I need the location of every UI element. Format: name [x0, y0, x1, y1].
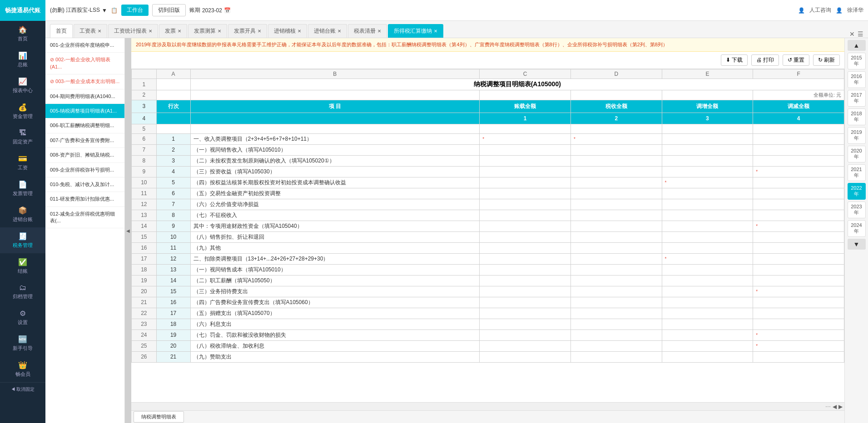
data-cell-2[interactable]	[570, 210, 662, 221]
workspace-button[interactable]: 工作台	[121, 5, 149, 16]
data-cell-4[interactable]	[753, 297, 844, 308]
data-cell-1[interactable]	[480, 351, 571, 362]
sidebar-item-home[interactable]: 🏠 首页	[0, 21, 45, 47]
list-item-011[interactable]: 011-研发费用加计扣除优惠...	[45, 192, 124, 207]
data-cell-4[interactable]	[753, 253, 844, 264]
data-cell-4[interactable]	[753, 199, 844, 210]
data-cell-1[interactable]	[480, 319, 571, 330]
year-button[interactable]: 2024年	[848, 220, 866, 237]
data-cell-3[interactable]	[662, 166, 753, 177]
data-cell-4[interactable]: *	[753, 286, 844, 297]
data-cell-3[interactable]: *	[662, 253, 753, 264]
sidebar-item-invoice[interactable]: 📄 发票管理	[0, 176, 45, 202]
data-cell-4[interactable]	[753, 188, 844, 199]
data-cell-1[interactable]	[480, 166, 571, 177]
data-cell-3[interactable]	[662, 286, 753, 297]
data-cell-3[interactable]	[662, 308, 753, 319]
tab-check-close[interactable]: ✕	[298, 29, 301, 34]
tab-salary[interactable]: 工资表 ✕	[74, 24, 107, 38]
unpin-button[interactable]: ◀ 取消固定	[0, 382, 45, 396]
period-edit-icon[interactable]: 📅	[224, 7, 231, 14]
year-button[interactable]: 2018年	[848, 108, 866, 125]
data-cell-2[interactable]	[570, 319, 662, 330]
list-item-004[interactable]: 004-期间费用明细表(A1040...	[45, 89, 124, 104]
data-cell-1[interactable]	[480, 155, 571, 166]
data-cell-4[interactable]	[753, 308, 844, 319]
data-cell-1[interactable]	[480, 275, 571, 286]
reset-button[interactable]: ↺ 重置	[783, 54, 809, 66]
data-cell-2[interactable]	[570, 231, 662, 242]
scroll-right-arrow[interactable]: ▶	[838, 403, 843, 410]
tab-home[interactable]: 首页	[50, 24, 73, 38]
bottom-tab-adjust[interactable]: 纳税调整明细表	[134, 411, 184, 423]
support-label[interactable]: 人工咨询	[809, 6, 831, 14]
sidebar-item-member[interactable]: 👑 畅会员	[0, 356, 45, 382]
data-cell-4[interactable]: *	[753, 221, 844, 231]
data-cell-3[interactable]	[662, 133, 753, 144]
tab-ledger-close[interactable]: ✕	[337, 29, 341, 34]
data-cell-4[interactable]: *	[753, 330, 844, 340]
sidebar-item-archive[interactable]: 🗂 归档管理	[0, 279, 45, 305]
print-button[interactable]: 🖨 打印	[751, 54, 779, 66]
data-cell-3[interactable]	[662, 221, 753, 231]
tab-invoice-calc[interactable]: 发票测算 ✕	[188, 24, 227, 38]
year-button[interactable]: 2020年	[848, 146, 866, 162]
data-cell-2[interactable]	[570, 166, 662, 177]
switch-version-button[interactable]: 切到旧版	[152, 4, 186, 16]
sidebar-item-guide[interactable]: 🆕 新手引导	[0, 330, 45, 356]
year-button[interactable]: 2015年	[848, 53, 866, 69]
data-cell-3[interactable]	[662, 297, 753, 308]
data-cell-1[interactable]	[480, 308, 571, 319]
tab-invoice-close[interactable]: ✕	[178, 29, 181, 34]
tab-tax-list[interactable]: 税表清册 ✕	[348, 24, 387, 38]
data-cell-1[interactable]	[480, 253, 571, 264]
data-cell-1[interactable]	[480, 210, 571, 221]
data-cell-1[interactable]	[480, 330, 571, 340]
list-item-005[interactable]: 005-纳税调整项目明细表(A1...	[45, 104, 124, 118]
data-cell-2[interactable]	[570, 286, 662, 297]
list-item-009[interactable]: 009-企业所得税弥补亏损明...	[45, 163, 124, 177]
data-cell-4[interactable]	[753, 264, 844, 275]
list-item-001[interactable]: 001-企业所得税年度纳税申...	[45, 38, 124, 53]
tab-invoice[interactable]: 发票 ✕	[159, 24, 187, 38]
company-copy-icon[interactable]: 📋	[111, 7, 118, 14]
data-cell-2[interactable]	[570, 144, 662, 155]
data-cell-4[interactable]: *	[753, 166, 844, 177]
data-cell-4[interactable]	[753, 242, 844, 253]
data-cell-4[interactable]	[753, 275, 844, 286]
list-item-003[interactable]: ⊘ 003-一般企业成本支出明细...	[45, 74, 124, 89]
tab-invoice-open[interactable]: 发票开具 ✕	[228, 24, 267, 38]
year-button[interactable]: 2023年	[848, 202, 866, 218]
data-cell-3[interactable]	[662, 231, 753, 242]
data-cell-3[interactable]	[662, 351, 753, 362]
scroll-left-arrow[interactable]: ◀	[833, 403, 837, 410]
data-cell-3[interactable]	[662, 199, 753, 210]
year-nav-up[interactable]: ▲	[848, 40, 866, 51]
data-cell-2[interactable]	[570, 221, 662, 231]
data-cell-3[interactable]	[662, 319, 753, 330]
data-cell-2[interactable]	[570, 275, 662, 286]
year-button[interactable]: 2019年	[848, 127, 866, 144]
year-button[interactable]: 2017年	[848, 90, 866, 107]
tab-income-tax-close[interactable]: ✕	[434, 29, 437, 34]
data-cell-1[interactable]	[480, 264, 571, 275]
data-cell-2[interactable]	[570, 330, 662, 340]
data-cell-2[interactable]	[570, 188, 662, 199]
tab-ledger[interactable]: 进销台账 ✕	[308, 24, 347, 38]
data-cell-1[interactable]	[480, 199, 571, 210]
sidebar-item-report[interactable]: 📈 报表中心	[0, 73, 45, 98]
tab-tax-list-close[interactable]: ✕	[377, 29, 381, 34]
list-item-012[interactable]: 012-减免企业所得税优惠明细表(...	[45, 207, 124, 229]
data-cell-2[interactable]	[570, 177, 662, 188]
data-cell-4[interactable]	[753, 155, 844, 166]
data-cell-1[interactable]	[480, 221, 571, 231]
data-cell-2[interactable]	[570, 297, 662, 308]
data-cell-3[interactable]	[662, 210, 753, 221]
list-item-007[interactable]: 007-广告费和业务宣传费附...	[45, 133, 124, 148]
year-nav-down[interactable]: ▼	[848, 239, 866, 250]
data-cell-1[interactable]	[480, 286, 571, 297]
sidebar-item-asset[interactable]: 💰 资金管理	[0, 98, 45, 124]
tab-income-tax[interactable]: 所得税汇算缴纳 ✕	[388, 24, 443, 38]
data-cell-4[interactable]	[753, 231, 844, 242]
data-cell-2[interactable]	[570, 242, 662, 253]
